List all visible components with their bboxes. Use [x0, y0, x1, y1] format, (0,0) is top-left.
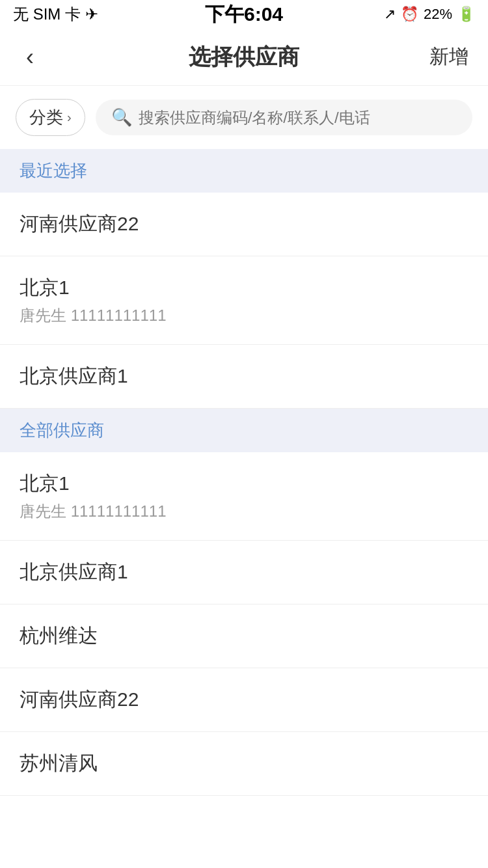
all-section-header: 全部供应商	[0, 409, 488, 452]
list-item[interactable]: 杭州维达	[0, 604, 488, 668]
search-icon: 🔍	[111, 107, 132, 128]
item-sub: 唐先生 11111111111	[20, 305, 468, 326]
list-item[interactable]: 北京供应商1	[0, 345, 488, 409]
list-item[interactable]: 北京1唐先生 11111111111	[0, 452, 488, 541]
search-box[interactable]: 🔍	[96, 100, 472, 135]
item-name: 苏州清风	[20, 750, 468, 777]
list-item[interactable]: 河南供应商22	[0, 193, 488, 256]
battery-text: 22%	[424, 6, 452, 23]
all-section-label: 全部供应商	[20, 420, 104, 440]
item-name: 北京供应商1	[20, 363, 468, 390]
status-bar: 无 SIM 卡 ✈ 下午6:04 ↗ ⏰ 22% 🔋	[0, 0, 488, 29]
battery-icon: 🔋	[457, 6, 475, 23]
no-sim-text: 无 SIM 卡 ✈	[13, 4, 98, 25]
location-icon: ↗	[384, 6, 396, 23]
search-input[interactable]	[139, 109, 457, 127]
nav-bar: ‹ 选择供应商 新增	[0, 29, 488, 86]
item-name: 河南供应商22	[20, 686, 468, 713]
item-name: 杭州维达	[20, 623, 468, 649]
category-label: 分类	[29, 106, 63, 129]
filter-row: 分类 › 🔍	[0, 86, 488, 149]
recent-section-header: 最近选择	[0, 149, 488, 193]
item-name: 北京1	[20, 275, 468, 301]
list-item[interactable]: 河南供应商22	[0, 668, 488, 732]
alarm-icon: ⏰	[401, 6, 418, 23]
all-items-list: 北京1唐先生 11111111111北京供应商1杭州维达河南供应商22苏州清风	[0, 452, 488, 796]
item-name: 河南供应商22	[20, 211, 468, 237]
recent-items-list: 河南供应商22北京1唐先生 11111111111北京供应商1	[0, 193, 488, 409]
status-left: 无 SIM 卡 ✈	[13, 4, 98, 25]
item-name: 北京供应商1	[20, 559, 468, 586]
item-name: 北京1	[20, 470, 468, 497]
item-sub: 唐先生 11111111111	[20, 501, 468, 522]
list-item[interactable]: 北京供应商1	[0, 541, 488, 604]
status-time: 下午6:04	[205, 1, 283, 28]
chevron-right-icon: ›	[67, 110, 72, 125]
recent-section-label: 最近选择	[20, 161, 87, 180]
page-title: 选择供应商	[189, 42, 299, 72]
status-right: ↗ ⏰ 22% 🔋	[384, 6, 475, 23]
list-item[interactable]: 北京1唐先生 11111111111	[0, 256, 488, 345]
category-filter-button[interactable]: 分类 ›	[16, 99, 85, 136]
add-button[interactable]: 新增	[429, 44, 468, 70]
back-button[interactable]: ‹	[20, 37, 40, 77]
list-item[interactable]: 苏州清风	[0, 732, 488, 796]
